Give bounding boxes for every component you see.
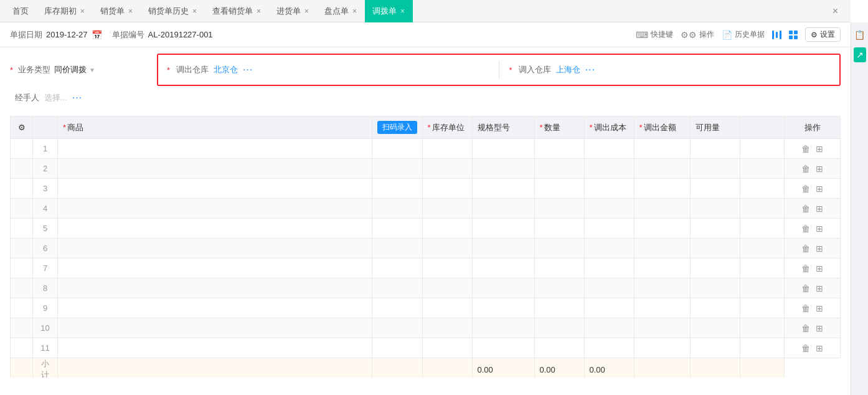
table-row: 1 🗑 ⊞ <box>11 139 841 159</box>
table-row: 5 🗑 ⊞ <box>11 219 841 239</box>
operation-icon: ⚙⚙ <box>681 30 697 40</box>
handler-more[interactable]: ··· <box>72 92 82 103</box>
col-header-gear[interactable]: ⚙ <box>11 117 33 139</box>
col-header-product: *商品 <box>58 117 372 139</box>
sidebar-export-icon[interactable]: ↗ <box>854 47 866 62</box>
copy-row-icon[interactable]: ⊞ <box>816 303 823 313</box>
table-row: 2 🗑 ⊞ <box>11 159 841 179</box>
gear-icon: ⚙ <box>811 31 818 39</box>
delete-row-icon[interactable]: 🗑 <box>801 184 810 194</box>
tab-transfer-order[interactable]: 调拨单 × <box>365 0 413 22</box>
settings-button[interactable]: ⚙ 设置 <box>805 27 841 42</box>
copy-row-icon[interactable]: ⊞ <box>816 164 823 174</box>
form-row-1: * 业务类型 同价调拨 ▼ * 调出仓库 北京仓 ··· * 调入仓库 <box>10 54 841 86</box>
delete-row-icon[interactable]: 🗑 <box>801 264 810 274</box>
business-type-chevron[interactable]: ▼ <box>89 67 95 74</box>
col-header-cost: *调出成本 <box>584 117 634 139</box>
tab-purchase-order[interactable]: 进货单 × <box>269 0 317 22</box>
col-header-spec: 规格型号 <box>472 117 534 139</box>
warehouse-divider <box>499 61 499 79</box>
table-row: 10 🗑 ⊞ <box>11 318 841 338</box>
subtotal-row: 小计 0.00 0.00 0.00 <box>11 358 841 378</box>
view-toggle-grid[interactable] <box>789 31 798 39</box>
tab-opening-stock[interactable]: 库存期初 × <box>37 0 93 22</box>
copy-row-icon[interactable]: ⊞ <box>816 224 823 234</box>
history-icon: 📄 <box>722 30 732 40</box>
operation-button[interactable]: ⚙⚙ 操作 <box>681 29 714 40</box>
transfer-in-section: * 调入仓库 上海仓 ··· <box>509 64 831 75</box>
gear-settings-icon[interactable]: ⚙ <box>18 123 26 132</box>
copy-row-icon[interactable]: ⊞ <box>816 283 823 293</box>
history-button[interactable]: 📄 历史单据 <box>722 29 765 40</box>
table-row: 3 🗑 ⊞ <box>11 179 841 199</box>
delete-row-icon[interactable]: 🗑 <box>801 204 810 214</box>
transfer-out-section: * 调出仓库 北京仓 ··· <box>167 64 489 75</box>
table-row: 6 🗑 ⊞ <box>11 239 841 259</box>
sidebar-doc-icon[interactable]: 📋 <box>852 27 867 42</box>
doc-no-field: 单据编号 AL-20191227-001 <box>112 29 213 40</box>
col-header-unit: *库存单位 <box>422 117 472 139</box>
delete-row-icon[interactable]: 🗑 <box>801 144 810 154</box>
document-toolbar: 单据日期 2019-12-27 📅 单据编号 AL-20191227-001 ⌨… <box>0 22 851 47</box>
table-row: 7 🗑 ⊞ <box>11 259 841 278</box>
delete-row-icon[interactable]: 🗑 <box>801 224 810 234</box>
tab-close-purchase-order[interactable]: × <box>304 7 309 16</box>
view-toggle-list[interactable] <box>772 31 781 39</box>
delete-row-icon[interactable]: 🗑 <box>801 164 810 174</box>
delete-row-icon[interactable]: 🗑 <box>801 323 810 333</box>
tab-inventory-check[interactable]: 盘点单 × <box>317 0 365 22</box>
shortcut-button[interactable]: ⌨ 快捷键 <box>636 29 673 40</box>
col-header-action: 操作 <box>785 117 841 139</box>
delete-row-icon[interactable]: 🗑 <box>801 283 810 293</box>
tab-close-opening-stock[interactable]: × <box>80 7 85 16</box>
tab-close-inventory-check[interactable]: × <box>352 7 357 16</box>
tab-view-sales[interactable]: 查看销货单 × <box>205 0 269 22</box>
calendar-icon[interactable]: 📅 <box>92 30 102 40</box>
copy-row-icon[interactable]: ⊞ <box>816 184 823 194</box>
delete-row-icon[interactable]: 🗑 <box>801 303 810 313</box>
transfer-in-more[interactable]: ··· <box>585 64 595 75</box>
col-header-scan: 扫码录入 <box>372 117 422 139</box>
tab-bar: 首页 库存期初 × 销货单 × 销货单历史 × 查看销货单 × 进货单 × 盘点… <box>0 0 851 22</box>
form-row-2: 经手人 选择... ··· <box>10 92 841 103</box>
toolbar-right-actions: ⌨ 快捷键 ⚙⚙ 操作 📄 历史单据 <box>636 27 841 42</box>
form-area: * 业务类型 同价调拨 ▼ * 调出仓库 北京仓 ··· * 调入仓库 <box>0 47 851 116</box>
col-header-spacer <box>740 117 784 139</box>
window-close-button[interactable]: × <box>825 6 846 17</box>
shortcut-icon: ⌨ <box>636 30 648 40</box>
tab-close-view-sales[interactable]: × <box>257 7 261 16</box>
table-row: 8 🗑 ⊞ <box>11 278 841 298</box>
tab-close-sales-history[interactable]: × <box>192 7 197 16</box>
tab-home[interactable]: 首页 <box>5 0 37 22</box>
transfer-out-more[interactable]: ··· <box>243 64 253 75</box>
business-type-select[interactable]: 同价调拨 ▼ <box>54 64 129 75</box>
col-header-rownum <box>33 117 58 139</box>
copy-row-icon[interactable]: ⊞ <box>816 343 823 353</box>
tab-close-sales-order[interactable]: × <box>128 7 133 16</box>
table-row: 4 🗑 ⊞ <box>11 199 841 219</box>
copy-row-icon[interactable]: ⊞ <box>816 244 823 254</box>
col-header-amount: *调出金额 <box>634 117 690 139</box>
tab-sales-order[interactable]: 销货单 × <box>93 0 141 22</box>
line-items-table: ⚙ *商品 扫码录入 *库存单位 规格型号 *数量 <box>10 116 841 378</box>
copy-row-icon[interactable]: ⊞ <box>816 144 823 154</box>
date-field: 单据日期 2019-12-27 📅 <box>10 29 102 40</box>
tab-sales-history[interactable]: 销货单历史 × <box>141 0 205 22</box>
col-header-avail: 可用量 <box>690 117 740 139</box>
col-header-qty: *数量 <box>534 117 584 139</box>
table-header-row: ⚙ *商品 扫码录入 *库存单位 规格型号 *数量 <box>11 117 841 139</box>
delete-row-icon[interactable]: 🗑 <box>801 244 810 254</box>
right-sidebar: 📋 ↗ <box>851 22 868 378</box>
line-items-table-container: ⚙ *商品 扫码录入 *库存单位 规格型号 *数量 <box>0 116 851 378</box>
table-row: 11 🗑 ⊞ <box>11 338 841 358</box>
copy-row-icon[interactable]: ⊞ <box>816 323 823 333</box>
copy-row-icon[interactable]: ⊞ <box>816 264 823 274</box>
scan-entry-button[interactable]: 扫码录入 <box>377 121 417 134</box>
copy-row-icon[interactable]: ⊞ <box>816 204 823 214</box>
tab-close-transfer-order[interactable]: × <box>400 7 405 16</box>
warehouse-selection-box: * 调出仓库 北京仓 ··· * 调入仓库 上海仓 ··· <box>157 54 841 86</box>
delete-row-icon[interactable]: 🗑 <box>801 343 810 353</box>
table-row: 9 🗑 ⊞ <box>11 298 841 318</box>
